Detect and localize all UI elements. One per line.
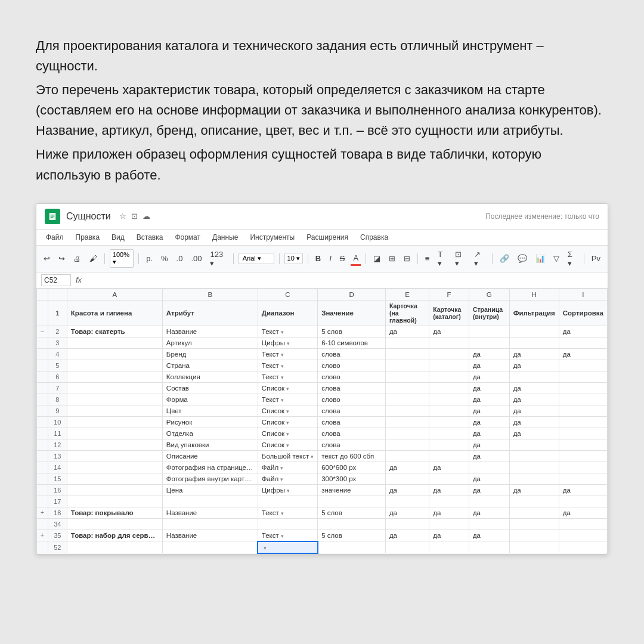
cell-34-c[interactable] [258,518,317,530]
undo-button[interactable]: ↩ [41,252,52,265]
cell-7-a[interactable] [67,382,162,394]
cell-8-c[interactable]: Текст [258,394,317,405]
col-D-header[interactable]: D [318,289,386,300]
cell-12-a[interactable] [67,439,162,450]
cell-2-h[interactable] [509,326,559,337]
header-col-c[interactable]: Диапазон [258,300,317,326]
cell-14-g[interactable] [469,462,509,473]
cell-4-h[interactable]: да [509,348,559,360]
cell-11-a[interactable] [67,428,162,439]
cell-6-d[interactable]: слово [318,371,386,382]
cell-34-g[interactable] [469,518,509,530]
menu-format[interactable]: Формат [174,232,202,243]
cell-11-h[interactable]: да [509,428,559,439]
cell-8-g[interactable]: да [469,394,509,405]
cell-11-b[interactable]: Отделка [162,428,258,439]
col-H-header[interactable]: H [509,289,559,300]
cell-8-b[interactable]: Форма [162,394,258,405]
fill-color-button[interactable]: ◪ [371,252,383,265]
zoom-select[interactable]: 100% ▾ [110,249,134,268]
row-ctrl-2[interactable]: – [37,326,48,337]
explore-button[interactable]: Pv [589,252,603,265]
cell-9-e[interactable] [385,405,429,416]
cell-4-f[interactable] [429,348,469,360]
cell-9-i[interactable] [559,405,607,416]
cell-10-d[interactable]: слова [318,416,386,428]
cell-17-i[interactable] [559,496,607,507]
format-dec2[interactable]: .00 [188,252,204,265]
cell-16-a[interactable] [67,484,162,496]
cell-11-e[interactable] [385,428,429,439]
wrap-button[interactable]: ⊡ ▾ [453,248,468,270]
function-button[interactable]: Σ ▾ [565,248,579,270]
cell-16-g[interactable]: да [469,484,509,496]
cell-13-e[interactable] [385,450,429,462]
cell-34-b[interactable] [162,518,258,530]
cell-52-h[interactable] [509,541,559,553]
cell-5-g[interactable]: да [469,360,509,371]
col-B-header[interactable]: B [162,289,258,300]
text-color-button[interactable]: A [351,252,361,266]
format-dec1[interactable]: .0 [174,252,185,265]
menu-insert[interactable]: Вставка [135,232,165,243]
row-ctrl-35[interactable]: + [37,530,48,541]
cell-11-d[interactable]: слова [318,428,386,439]
menu-help[interactable]: Справка [359,232,389,243]
cell-14-h[interactable] [509,462,559,473]
header-col-h[interactable]: Фильтрация [509,300,559,326]
cell-18-a[interactable]: Товар: покрывало [67,507,162,518]
cell-8-h[interactable]: да [509,394,559,405]
cell-6-f[interactable] [429,371,469,382]
cell-6-g[interactable]: да [469,371,509,382]
cell-10-h[interactable]: да [509,416,559,428]
menu-tools[interactable]: Инструменты [249,232,296,243]
cell-11-i[interactable] [559,428,607,439]
cell-5-c[interactable]: Текст [258,360,317,371]
cell-34-f[interactable] [429,518,469,530]
cell-4-c[interactable]: Текст [258,348,317,360]
cell-16-b[interactable]: Цена [162,484,258,496]
header-col-a[interactable]: Красота и гигиена [67,300,162,326]
cell-9-a[interactable] [67,405,162,416]
cell-10-c[interactable]: Список [258,416,317,428]
cell-35-c[interactable]: Текст [258,530,317,541]
col-C-header[interactable]: C [258,289,317,300]
col-F-header[interactable]: F [429,289,469,300]
cell-35-f[interactable]: да [429,530,469,541]
cell-18-f[interactable]: да [429,507,469,518]
cell-10-g[interactable]: да [469,416,509,428]
cell-17-d[interactable] [318,496,386,507]
cell-2-a[interactable]: Товар: скатерть [67,326,162,337]
strikethrough-button[interactable]: S [338,252,348,265]
cell-12-i[interactable] [559,439,607,450]
cell-35-i[interactable] [559,530,607,541]
cell-7-f[interactable] [429,382,469,394]
valign-button[interactable]: T ▾ [435,248,449,270]
cell-3-h[interactable] [509,337,559,348]
cell-16-e[interactable]: да [385,484,429,496]
print-button[interactable]: 🖨 [71,252,83,265]
comment-button[interactable]: 💬 [515,252,530,265]
cell-8-a[interactable] [67,394,162,405]
cell-4-g[interactable]: да [469,348,509,360]
grid-container[interactable]: A B C D E F G H I 1 Красота и гиги [36,289,608,554]
font-select[interactable]: Arial ▾ [239,253,274,264]
cell-17-e[interactable] [385,496,429,507]
cell-12-e[interactable] [385,439,429,450]
cell-13-g[interactable]: да [469,450,509,462]
cell-12-g[interactable]: да [469,439,509,450]
cell-5-b[interactable]: Страна [162,360,258,371]
cell-12-d[interactable]: слова [318,439,386,450]
cell-13-d[interactable]: текст до 600 сбп [318,450,386,462]
cell-14-d[interactable]: 600*600 рх [318,462,386,473]
cell-18-e[interactable]: да [385,507,429,518]
cell-13-h[interactable] [509,450,559,462]
cell-3-a[interactable] [67,337,162,348]
cell-10-a[interactable] [67,416,162,428]
cell-12-b[interactable]: Вид упаковки [162,439,258,450]
cell-9-b[interactable]: Цвет [162,405,258,416]
cell-15-f[interactable] [429,473,469,484]
cell-reference[interactable]: C52 [41,274,71,286]
cell-6-a[interactable] [67,371,162,382]
cell-17-b[interactable] [162,496,258,507]
